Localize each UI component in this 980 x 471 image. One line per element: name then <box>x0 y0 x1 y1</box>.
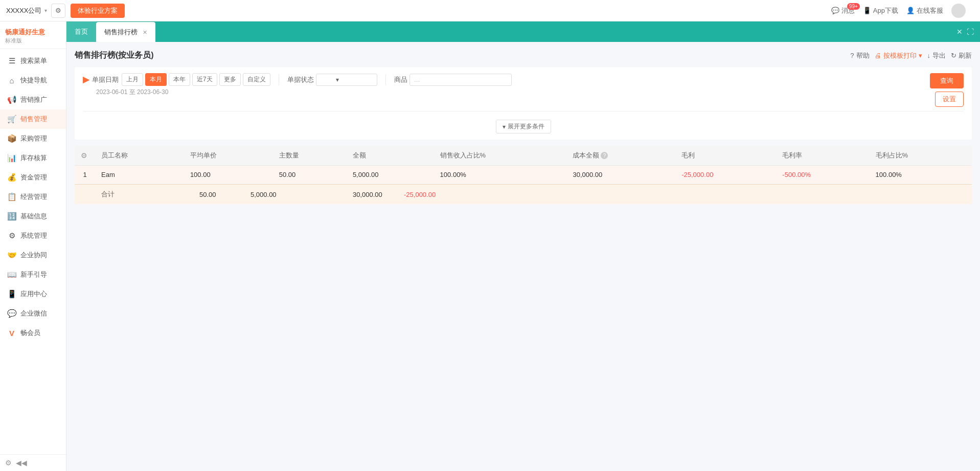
tab-expand-icon[interactable]: ⛶ <box>967 28 974 36</box>
th-main-qty: 主数量 <box>273 146 347 166</box>
sidebar-item-basic-info[interactable]: 🔢 基础信息 <box>0 207 66 226</box>
notification-button[interactable]: 💬 消息 99+ <box>831 6 855 15</box>
user-avatar[interactable] <box>951 4 966 18</box>
goods-input[interactable]: … <box>409 74 512 86</box>
table-container: ⚙ 员工名称 平均单价 主数量 全额 销售收入占比% 成本全额 <box>75 146 972 184</box>
sidebar-item-sales[interactable]: 🛒 销售管理 <box>0 109 66 129</box>
th-gross-pct: 毛利占比% <box>870 146 972 166</box>
sidebar-item-vip[interactable]: V 畅会员 <box>0 323 66 343</box>
refresh-label: 刷新 <box>959 51 972 60</box>
sidebar-item-inventory[interactable]: 📊 库存核算 <box>0 148 66 168</box>
date-btn-this-year[interactable]: 本年 <box>169 73 190 86</box>
footer-gross: -25,000.00 <box>398 191 449 198</box>
sidebar-item-label: 基础信息 <box>20 212 47 221</box>
sidebar-item-marketing[interactable]: 📢 营销推广 <box>0 90 66 109</box>
sidebar-logo: 畅康通好生意 标准版 <box>0 21 66 49</box>
tab-close-icon[interactable]: ✕ <box>143 29 147 36</box>
tab-sales-ranking[interactable]: 销售排行榜 ✕ <box>96 22 155 42</box>
sidebar-item-label: 资金管理 <box>20 173 47 182</box>
cell-gross-pct: 100.00% <box>870 166 972 184</box>
export-icon: ↓ <box>927 52 931 59</box>
sidebar-item-search-order[interactable]: ☰ 搜索菜单 <box>0 51 66 71</box>
app-download-button[interactable]: 📱 App下载 <box>863 6 898 15</box>
status-select[interactable]: ▾ <box>316 74 377 86</box>
page-header: 销售排行榜(按业务员) ? 帮助 🖨 按模板打印 ▾ ↓ <box>75 50 972 61</box>
tab-home[interactable]: 首页 <box>66 21 96 42</box>
template-print-button[interactable]: 🖨 按模板打印 ▾ <box>875 51 922 60</box>
sidebar-item-wechat[interactable]: 💬 企业微信 <box>0 304 66 323</box>
date-btn-more[interactable]: 更多 <box>219 73 241 86</box>
sidebar-item-label: 新手引导 <box>20 270 47 279</box>
sidebar: 畅康通好生意 标准版 ☰ 搜索菜单 ⌂ 快捷导航 📢 营销推广 🛒 <box>0 21 66 471</box>
purchase-icon: 📦 <box>7 134 16 143</box>
chevron-down-icon: ▾ <box>44 8 47 13</box>
th-settings: ⚙ <box>75 146 95 166</box>
help-button[interactable]: ? 帮助 <box>850 51 869 60</box>
online-service-button[interactable]: 👤 在线客服 <box>906 6 943 15</box>
table-footer: 合计 50.00 5,000.00 30,000.00 -25,000.00 <box>75 184 972 204</box>
logo-title: 畅康通好生意 <box>5 28 61 37</box>
cell-name: Eam <box>95 166 184 184</box>
sidebar-settings-icon[interactable]: ⚙ <box>5 459 12 467</box>
status-chevron-icon: ▾ <box>336 76 339 83</box>
trial-button[interactable]: 体验行业方案 <box>71 4 125 18</box>
sidebar-item-app-center[interactable]: 📱 应用中心 <box>0 284 66 304</box>
th-name: 员工名称 <box>95 146 184 166</box>
sidebar-item-quick-nav[interactable]: ⌂ 快捷导航 <box>0 71 66 90</box>
sidebar-item-label: 销售管理 <box>20 115 47 124</box>
help-icon: ? <box>850 52 854 59</box>
settings-icon[interactable]: ⚙ <box>51 4 65 18</box>
print-icon: 🖨 <box>875 52 881 59</box>
refresh-button[interactable]: ↻ 刷新 <box>951 51 972 60</box>
sidebar-item-label: 库存核算 <box>20 153 47 163</box>
footer-cost-total: 30,000.00 <box>347 191 398 198</box>
filter-right: 查询 设置 <box>930 73 964 107</box>
tab-close-all-icon[interactable]: ✕ <box>956 28 963 36</box>
sidebar-item-label: 快捷导航 <box>20 76 47 85</box>
company-selector[interactable]: XXXXX公司 ▾ <box>6 6 47 15</box>
quick-nav-icon: ⌂ <box>7 76 16 85</box>
th-sales-pct: 销售收入占比% <box>434 146 567 166</box>
cell-cost-total: 30,000.00 <box>566 166 675 184</box>
status-filter: 单据状态 ▾ <box>287 74 377 86</box>
data-table: ⚙ 员工名称 平均单价 主数量 全额 销售收入占比% 成本全额 <box>75 146 972 184</box>
date-btn-last-month[interactable]: 上月 <box>122 73 143 86</box>
logo-subtitle: 标准版 <box>5 37 61 44</box>
cell-rank: 1 <box>75 166 95 184</box>
settings-button[interactable]: 设置 <box>935 92 964 107</box>
sales-icon: 🛒 <box>7 115 16 124</box>
main-area: 畅康通好生意 标准版 ☰ 搜索菜单 ⌂ 快捷导航 📢 营销推广 🛒 <box>0 21 980 471</box>
refresh-icon: ↻ <box>951 52 956 59</box>
page-title: 销售排行榜(按业务员) <box>75 50 154 61</box>
sidebar-item-label: 系统管理 <box>20 231 47 240</box>
expand-label: 展开更多条件 <box>508 122 544 131</box>
help-label: 帮助 <box>856 51 870 60</box>
date-range-display: 2023-06-01 至 2023-06-30 <box>96 88 168 96</box>
search-order-icon: ☰ <box>7 56 16 65</box>
footer-main-qty: 50.00 <box>193 191 244 198</box>
sidebar-item-label: 搜索菜单 <box>20 56 47 65</box>
sidebar-item-enterprise[interactable]: 🤝 企业协同 <box>0 245 66 265</box>
sidebar-item-guide[interactable]: 📖 新手引导 <box>0 265 66 284</box>
filter-toggle-icon[interactable]: ▶ <box>83 75 89 84</box>
sidebar-item-operations[interactable]: 📋 经营管理 <box>0 187 66 207</box>
th-total: 全额 <box>347 146 434 166</box>
sidebar-item-system[interactable]: ⚙ 系统管理 <box>0 226 66 245</box>
date-btn-this-month[interactable]: 本月 <box>145 73 167 86</box>
status-filter-label: 单据状态 <box>287 75 314 84</box>
expand-more-button[interactable]: ▾ 展开更多条件 <box>496 120 551 133</box>
tab-controls: ✕ ⛶ <box>956 28 980 36</box>
column-settings-icon[interactable]: ⚙ <box>81 151 87 160</box>
export-button[interactable]: ↓ 导出 <box>927 51 946 60</box>
operations-icon: 📋 <box>7 192 16 201</box>
cost-total-info-icon[interactable]: ? <box>601 152 608 159</box>
sidebar-item-label: 畅会员 <box>20 328 40 338</box>
cell-sales-pct: 100.00% <box>434 166 567 184</box>
date-btn-custom[interactable]: 自定义 <box>243 73 270 86</box>
sidebar-collapse-icon[interactable]: ◀◀ <box>16 459 27 467</box>
query-button[interactable]: 查询 <box>930 73 964 88</box>
footer-total: 5,000.00 <box>244 191 295 198</box>
sidebar-item-finance[interactable]: 💰 资金管理 <box>0 168 66 187</box>
date-btn-7-days[interactable]: 近7天 <box>192 73 217 86</box>
sidebar-item-purchase[interactable]: 📦 采购管理 <box>0 129 66 148</box>
